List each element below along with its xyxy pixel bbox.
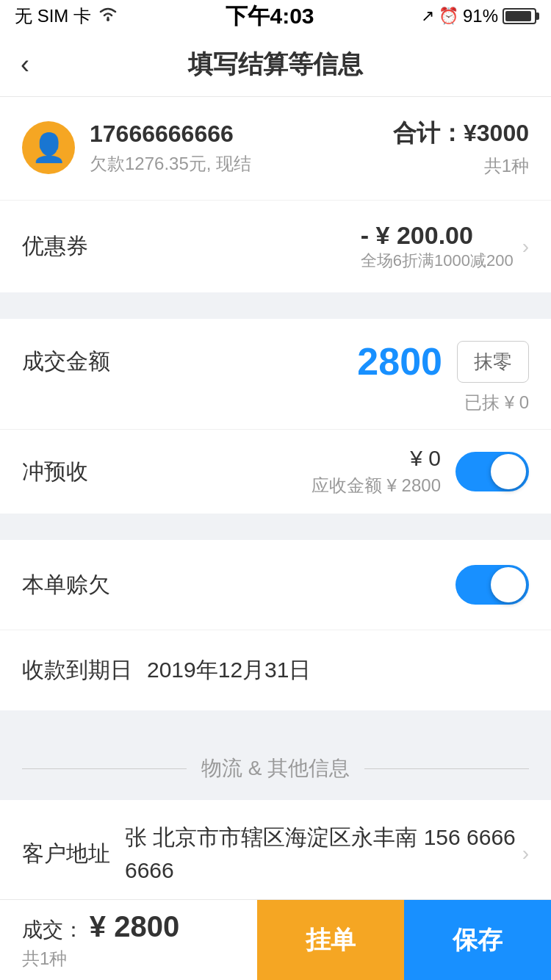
bottom-deal-label: 成交：	[22, 918, 84, 941]
separator-1	[0, 304, 551, 319]
user-row: 👤 17666666666 欠款1276.35元, 现结 合计：¥3000 共1…	[0, 97, 551, 198]
bottom-count: 共1种	[22, 947, 235, 970]
bottom-summary: 成交： ¥ 2800 共1种	[0, 910, 257, 970]
coupon-amount: - ¥ 200.00	[361, 221, 514, 250]
user-debt: 欠款1276.35元, 现结	[90, 152, 393, 176]
address-row[interactable]: 客户地址 张 北京市市辖区海淀区永丰南 156 6666 6666 ›	[0, 800, 551, 907]
total-amount: 合计：¥3000	[393, 118, 529, 150]
alarm-icon: ⏰	[439, 7, 458, 26]
address-value: 张 北京市市辖区海淀区永丰南 156 6666 6666	[125, 821, 522, 887]
duedate-label: 收款到期日	[22, 655, 132, 685]
toggle-thumb	[491, 454, 526, 489]
prepay-label: 冲预收	[22, 457, 88, 487]
amount-row: 成交金额 2800 抹零	[0, 319, 551, 391]
coupon-value-area: - ¥ 200.00 全场6折满1000减200	[361, 221, 514, 272]
save-button[interactable]: 保存	[404, 900, 551, 981]
svg-point-0	[107, 18, 109, 21]
user-phone: 17666666666	[90, 120, 393, 148]
user-section: 👤 17666666666 欠款1276.35元, 现结 合计：¥3000 共1…	[0, 97, 551, 292]
coupon-label: 优惠券	[22, 231, 88, 262]
separator-3	[0, 722, 551, 737]
carrier-label: 无 SIM 卡	[15, 4, 91, 28]
status-bar: 无 SIM 卡 下午4:03 ↗ ⏰ 91%	[0, 0, 551, 32]
bottom-deal-amount: ¥ 2800	[90, 910, 179, 943]
total-label: 合计：	[393, 120, 464, 146]
logistics-line-left	[22, 768, 187, 769]
logistics-line-right	[364, 768, 529, 769]
status-time: 下午4:03	[226, 1, 314, 32]
avatar: 👤	[22, 121, 75, 174]
address-label: 客户地址	[22, 839, 110, 869]
deal-amount-label: 成交金额	[22, 347, 110, 377]
nav-bar: ‹ 填写结算等信息	[0, 32, 551, 97]
debt-toggle[interactable]	[455, 565, 529, 605]
total-value: ¥3000	[464, 120, 529, 146]
location-icon: ↗	[421, 7, 434, 26]
back-button[interactable]: ‹	[21, 49, 29, 80]
amount-right: 2800 抹零	[357, 339, 529, 383]
user-total: 合计：¥3000 共1种	[393, 118, 529, 178]
logistics-header: 物流 & 其他信息	[0, 737, 551, 800]
user-info: 17666666666 欠款1276.35元, 现结	[90, 120, 393, 176]
debt-row: 本单赊欠	[0, 540, 551, 630]
debt-section: 本单赊欠 收款到期日 2019年12月31日	[0, 540, 551, 710]
separator-2	[0, 514, 551, 528]
amount-erased: 已抹 ¥ 0	[0, 391, 551, 429]
prepay-row: 冲预收 ¥ 0 应收金额 ¥ 2800	[0, 429, 551, 514]
chevron-right-icon: ›	[522, 235, 529, 259]
status-left: 无 SIM 卡	[15, 4, 119, 28]
pending-button[interactable]: 挂单	[257, 900, 404, 981]
content: 👤 17666666666 欠款1276.35元, 现结 合计：¥3000 共1…	[0, 97, 551, 980]
battery-percent: 91%	[463, 6, 498, 26]
bottom-bar: 成交： ¥ 2800 共1种 挂单 保存	[0, 899, 551, 980]
total-count: 共1种	[393, 154, 529, 178]
debt-label: 本单赊欠	[22, 570, 110, 600]
prepay-amount: ¥ 0	[311, 446, 441, 471]
prepay-receivable: 应收金额 ¥ 2800	[311, 474, 441, 497]
bottom-deal-line: 成交： ¥ 2800	[22, 910, 235, 944]
coupon-desc: 全场6折满1000减200	[361, 250, 514, 272]
page-title: 填写结算等信息	[188, 48, 363, 82]
wifi-icon	[97, 6, 119, 26]
prepay-value-area: ¥ 0 应收金额 ¥ 2800	[311, 446, 441, 497]
battery-icon	[503, 8, 536, 24]
amount-section: 成交金额 2800 抹零 已抹 ¥ 0 冲预收 ¥ 0 应收金额 ¥ 2800	[0, 319, 551, 514]
address-chevron-icon: ›	[522, 842, 529, 865]
prepay-toggle[interactable]	[455, 452, 529, 491]
prepay-right: ¥ 0 应收金额 ¥ 2800	[311, 446, 529, 497]
coupon-right: - ¥ 200.00 全场6折满1000减200 ›	[361, 221, 529, 272]
avatar-icon: 👤	[32, 131, 66, 164]
round-button[interactable]: 抹零	[457, 341, 529, 383]
duedate-value: 2019年12月31日	[147, 655, 311, 685]
duedate-row: 收款到期日 2019年12月31日	[0, 630, 551, 710]
debt-toggle-thumb	[491, 567, 526, 602]
coupon-row[interactable]: 优惠券 - ¥ 200.00 全场6折满1000减200 ›	[0, 200, 551, 292]
status-right: ↗ ⏰ 91%	[421, 6, 536, 26]
logistics-label: 物流 & 其他信息	[187, 754, 364, 782]
deal-amount-value: 2800	[357, 339, 442, 383]
